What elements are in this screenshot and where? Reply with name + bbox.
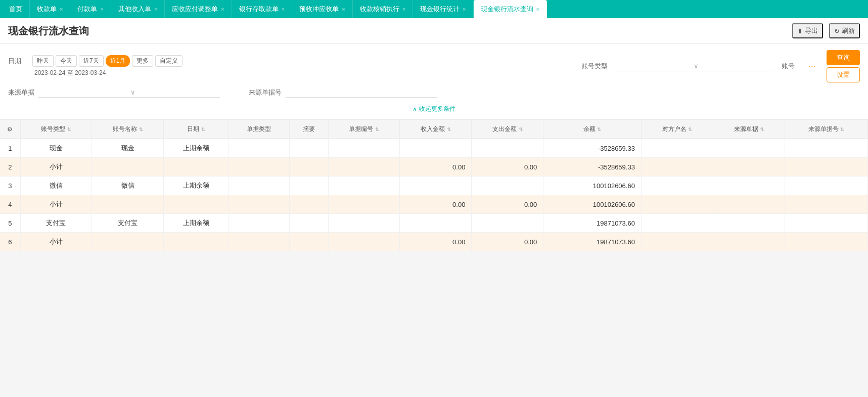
date-option-近7天[interactable]: 近7天 [79, 55, 104, 67]
date-option-自定义[interactable]: 自定义 [155, 55, 182, 67]
col-header-2[interactable]: 账号名称 ⇅ [92, 120, 164, 139]
sort-icon-6: ⇅ [375, 126, 379, 132]
date-option-今天[interactable]: 今天 [56, 55, 77, 67]
account-type-filter: 账号类型 ∨ [581, 61, 773, 71]
account-type-select[interactable]: ∨ [612, 61, 773, 71]
account-type-chevron: ∨ [694, 62, 771, 70]
settings-button[interactable]: 设置 [827, 67, 860, 82]
nav-item-银行存取款单[interactable]: 银行存取款单× [232, 0, 292, 18]
sort-icon-2: ⇅ [139, 126, 143, 132]
sort-icon-9: ⇅ [597, 126, 601, 132]
sort-icon-1: ⇅ [67, 126, 71, 132]
sort-icon-7: ⇅ [447, 126, 451, 132]
sort-icon-11: ⇅ [760, 126, 764, 132]
nav-close-icon[interactable]: × [100, 6, 103, 12]
sort-icon-3: ⇅ [201, 126, 205, 132]
account-filter: 账号 ··· [782, 62, 818, 71]
filter-row-2: 来源单据 ∨ 来源单据号 [8, 87, 860, 98]
filter-area: 日期 昨天今天近7天近1月更多自定义 2023-02-24 至 2023-03-… [0, 44, 868, 120]
source-doc-label: 来源单据 [8, 88, 34, 97]
table-body: 1现金现金上期余额-3528659.332小计0.000.00-3528659.… [0, 139, 868, 251]
nav-item-首页[interactable]: 首页 [2, 0, 30, 18]
nav-item-付款单[interactable]: 付款单× [70, 0, 111, 18]
export-icon: ⬆ [797, 27, 803, 35]
refresh-icon: ↻ [834, 27, 840, 35]
sort-icon-10: ⇅ [688, 126, 692, 132]
account-ellipsis[interactable]: ··· [806, 62, 818, 71]
col-header-1[interactable]: 账号类型 ⇅ [20, 120, 92, 139]
data-table: ⚙账号类型 ⇅账号名称 ⇅日期 ⇅单据类型摘要单据编号 ⇅收入金额 ⇅支出金额 … [0, 120, 868, 251]
nav-item-应收应付调整单[interactable]: 应收应付调整单× [165, 0, 232, 18]
page-title: 现金银行流水查询 [8, 24, 89, 38]
nav-item-收款单[interactable]: 收款单× [30, 0, 70, 18]
collapse-bar[interactable]: ∧ 收起更多条件 [8, 103, 860, 113]
source-doc-select[interactable]: ∨ [38, 87, 220, 98]
top-nav: 首页收款单×付款单×其他收入单×应收应付调整单×银行存取款单×预收冲应收单×收款… [0, 0, 868, 18]
sort-icon-12: ⇅ [840, 126, 844, 132]
source-doc-no-filter: 来源单据号 [249, 87, 437, 98]
col-header-7[interactable]: 收入金额 ⇅ [400, 120, 472, 139]
nav-close-icon[interactable]: × [463, 6, 466, 12]
col-header-11[interactable]: 来源单据 ⇅ [713, 120, 785, 139]
nav-item-收款核销执行[interactable]: 收款核销执行× [353, 0, 413, 18]
account-label: 账号 [782, 62, 802, 71]
table-row: 1现金现金上期余额-3528659.33 [0, 139, 868, 158]
table-row: 3微信微信上期余额100102606.60 [0, 177, 868, 195]
col-header-4: 单据类型 [229, 120, 290, 139]
col-header-12[interactable]: 来源单据号 ⇅ [785, 120, 867, 139]
nav-close-icon[interactable]: × [402, 6, 405, 12]
collapse-up-icon: ∧ [413, 106, 417, 113]
header-actions: ⬆ 导出 ↻ 刷新 [792, 23, 860, 38]
gear-icon[interactable]: ⚙ [7, 126, 13, 133]
col-header-6[interactable]: 单据编号 ⇅ [328, 120, 400, 139]
nav-item-其他收入单[interactable]: 其他收入单× [111, 0, 165, 18]
page-header: 现金银行流水查询 ⬆ 导出 ↻ 刷新 [0, 18, 868, 44]
col-header-9[interactable]: 余额 ⇅ [543, 120, 642, 139]
date-options: 昨天今天近7天近1月更多自定义 [32, 55, 182, 67]
date-option-昨天[interactable]: 昨天 [32, 55, 54, 67]
date-range: 2023-02-24 至 2023-03-24 [34, 69, 106, 76]
table-row: 5支付宝支付宝上期余额19871073.60 [0, 214, 868, 233]
col-header-5: 摘要 [290, 120, 328, 139]
account-type-label: 账号类型 [581, 62, 608, 71]
source-doc-no-label: 来源单据号 [249, 88, 282, 97]
nav-close-icon[interactable]: × [342, 6, 345, 12]
date-option-近1月[interactable]: 近1月 [106, 55, 130, 67]
date-label: 日期 [8, 57, 28, 66]
col-header-8[interactable]: 支出金额 ⇅ [472, 120, 543, 139]
filter-buttons: 查询 设置 [827, 50, 860, 82]
source-doc-filter: 来源单据 ∨ [8, 87, 220, 98]
table-row: 6小计0.000.0019871073.60 [0, 233, 868, 251]
table-row: 2小计0.000.00-3528659.33 [0, 158, 868, 177]
source-doc-chevron: ∨ [130, 89, 218, 96]
refresh-button[interactable]: ↻ 刷新 [829, 23, 860, 38]
nav-close-icon[interactable]: × [154, 6, 157, 12]
nav-close-icon[interactable]: × [221, 6, 224, 12]
export-button[interactable]: ⬆ 导出 [792, 23, 823, 38]
source-doc-no-input[interactable] [286, 87, 437, 98]
table-area: ⚙账号类型 ⇅账号名称 ⇅日期 ⇅单据类型摘要单据编号 ⇅收入金额 ⇅支出金额 … [0, 120, 868, 251]
sort-icon-8: ⇅ [519, 126, 523, 132]
col-header-10[interactable]: 对方户名 ⇅ [641, 120, 713, 139]
nav-item-现金银行统计[interactable]: 现金银行统计× [413, 0, 473, 18]
nav-close-icon[interactable]: × [536, 6, 539, 12]
col-header-0: ⚙ [0, 120, 20, 139]
table-row: 4小计0.000.00100102606.60 [0, 195, 868, 214]
date-option-更多[interactable]: 更多 [132, 55, 153, 67]
table-header: ⚙账号类型 ⇅账号名称 ⇅日期 ⇅单据类型摘要单据编号 ⇅收入金额 ⇅支出金额 … [0, 120, 868, 139]
query-button[interactable]: 查询 [827, 50, 860, 65]
nav-close-icon[interactable]: × [60, 6, 63, 12]
collapse-label: 收起更多条件 [419, 105, 455, 113]
nav-close-icon[interactable]: × [282, 6, 285, 12]
filter-row-1: 日期 昨天今天近7天近1月更多自定义 2023-02-24 至 2023-03-… [8, 50, 860, 82]
nav-item-预收冲应收单[interactable]: 预收冲应收单× [292, 0, 352, 18]
nav-item-现金银行流水查询[interactable]: 现金银行流水查询× [474, 0, 547, 18]
col-header-3[interactable]: 日期 ⇅ [164, 120, 229, 139]
